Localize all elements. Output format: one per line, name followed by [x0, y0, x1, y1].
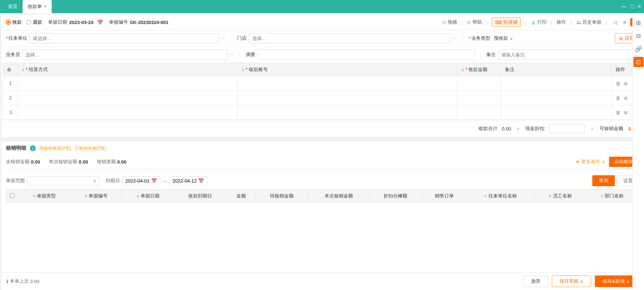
shortcut-icon: ⌨ — [495, 20, 502, 25]
filter-range-label: 单据范围 — [6, 177, 25, 184]
sort-date[interactable]: ⇅ — [136, 194, 139, 198]
verification-section: 核销明细 i 待核销单据(0笔) 已核销单据(0笔) 未核销金额 0.00 本次… — [1, 139, 643, 206]
col-sales-order: 销售订单 — [422, 190, 467, 203]
table-footer: 收款合计 0.00 + 现金折扣: = 可核销金额 0.00 — [1, 120, 643, 137]
radio-receipt[interactable]: 收款 — [6, 19, 22, 26]
row-1-settlement[interactable] — [18, 76, 238, 91]
verify-title-row: 核销明细 i 待核销单据(0笔) 已核销单据(0笔) — [6, 145, 638, 152]
help-btn[interactable]: ⊙ 帮助 — [467, 19, 482, 26]
summary-input[interactable] — [258, 50, 474, 60]
gear-col-header[interactable]: ⚙ — [3, 63, 18, 76]
row-2-amount[interactable] — [458, 91, 501, 105]
store-more-icon[interactable]: ··· — [452, 35, 456, 42]
table-row: 2 🗑 ⊕ — [3, 91, 641, 105]
row-2-delete-icon[interactable]: 🗑 — [616, 95, 621, 101]
row-3-amount[interactable] — [458, 105, 501, 120]
row-3-delete-icon[interactable]: 🗑 — [616, 110, 621, 115]
filter-date-end[interactable]: 2022-04-12 📅 — [169, 176, 208, 185]
print-label: 打印 — [537, 19, 547, 26]
sort-number[interactable]: ⇅ — [85, 194, 87, 198]
nav-tab-home[interactable]: 首页 — [3, 0, 23, 13]
row-1-delete-icon[interactable]: 🗑 — [616, 81, 621, 86]
query-btn[interactable]: 查询 — [592, 175, 615, 186]
col-sales-order-label: 销售订单 — [435, 193, 454, 199]
row-1-account[interactable] — [237, 76, 458, 91]
row-2-remark[interactable] — [501, 91, 612, 105]
operation-btn[interactable]: 操作 — [557, 19, 566, 26]
save-new-btn[interactable]: 保存&新增 ∧ — [595, 275, 637, 287]
salesperson-input[interactable] — [22, 50, 228, 60]
filter-date-item: 到期日 2022-04-01 📅 — 2022-04-12 📅 — [106, 176, 207, 185]
date-field: 单据日期 2023-03-24 📅 — [48, 19, 103, 26]
sidebar-expand-icon[interactable]: ⊡ — [633, 57, 644, 67]
row-1-copy-icon[interactable]: ⊕ — [624, 81, 628, 86]
remark-label: 备注 — [486, 51, 496, 58]
window-restore[interactable]: □ — [631, 3, 634, 10]
sidebar-link-icon[interactable]: 🔗 — [633, 44, 644, 54]
window-minimize[interactable]: — — [621, 3, 627, 10]
help-icon: ⊙ — [467, 20, 471, 25]
remark-input[interactable] — [498, 50, 639, 60]
required-settlement: * — [26, 67, 28, 72]
row-2-settlement[interactable] — [18, 91, 238, 105]
row-1-amount[interactable] — [458, 76, 501, 91]
history-btn[interactable]: 🗂 历史单据 — [576, 19, 601, 26]
draft-arrow-icon: ∧ — [580, 279, 584, 284]
print-icon: 🖨 — [531, 20, 536, 25]
salesperson-more-icon[interactable]: ··· — [229, 51, 234, 58]
pending-tab[interactable]: 待核销单据(0笔) — [39, 145, 71, 152]
shortcut-btn[interactable]: ⌨ 快捷键 — [492, 17, 521, 27]
row-3-settlement[interactable] — [18, 105, 238, 120]
top-nav: 首页 收款单 × — □ × — [0, 0, 644, 13]
row-3-remark[interactable] — [501, 105, 612, 120]
filter-range-select[interactable]: ∨ — [27, 176, 100, 185]
video-btn[interactable]: ⊙ 视频 — [442, 19, 457, 26]
sidebar-table-icon[interactable]: ⊞ — [633, 17, 644, 28]
col-employee: ⇅ 员工名称 — [534, 190, 586, 203]
nav-tab-receipt[interactable]: 收款单 × — [23, 0, 52, 13]
col-operation-label: 操作 — [616, 67, 625, 72]
tab-close-icon[interactable]: × — [44, 4, 47, 9]
right-sidebar: ⊞ ⊟ 🔗 ⊡ — [632, 15, 644, 290]
row-3-account[interactable] — [237, 105, 458, 120]
summary-label: 摘要 — [246, 51, 255, 58]
window-close[interactable]: × — [638, 3, 641, 10]
discount-input[interactable] — [549, 124, 585, 133]
row-1-remark[interactable] — [501, 76, 612, 91]
radio-dot-refund — [26, 20, 31, 25]
sort-icon-amount[interactable]: ⇅ — [461, 68, 464, 72]
layout-list-icon[interactable]: ≡ — [621, 18, 629, 26]
row-2-account[interactable] — [237, 91, 458, 105]
divider-3: | — [525, 20, 526, 25]
layout-icon-left[interactable]: ◁ — [611, 18, 619, 26]
sort-type[interactable]: ⇅ — [33, 194, 36, 198]
print-btn[interactable]: 🖨 打印 — [531, 19, 547, 26]
draft-btn[interactable]: 保存草稿 ∧ — [552, 275, 591, 287]
date-calendar-icon[interactable]: 📅 — [97, 20, 103, 25]
sort-icon-settlement[interactable]: ⇅ — [21, 68, 24, 72]
business-type-arrow[interactable]: ∨ — [510, 36, 513, 41]
help-label: 帮助 — [472, 19, 482, 26]
sort-employee[interactable]: ⇅ — [549, 194, 551, 198]
sort-dept[interactable]: ⇅ — [601, 194, 604, 198]
uncancelled-label: 未核销金额 — [6, 158, 30, 165]
more-conditions-btn[interactable]: ▼ 更多条件 ∧ — [575, 158, 605, 165]
store-input[interactable] — [249, 33, 450, 43]
counterpart-input[interactable] — [30, 33, 219, 43]
draft-label: 保存草稿 — [559, 278, 578, 285]
done-tab[interactable]: 已核销单据(0笔) — [75, 145, 106, 152]
sort-counterpart[interactable]: ⇅ — [484, 194, 487, 198]
table-row: 3 🗑 ⊕ — [3, 105, 641, 120]
radio-refund[interactable]: 退款 — [26, 19, 42, 26]
sidebar-list-icon[interactable]: ⊟ — [633, 31, 644, 41]
counterpart-more-icon[interactable]: ··· — [220, 35, 225, 42]
bottom-spacer — [1, 206, 643, 224]
discard-btn[interactable]: 放弃 — [523, 275, 548, 287]
field-divider-4 — [480, 50, 480, 60]
row-3-copy-icon[interactable]: ⊕ — [624, 110, 628, 115]
sort-icon-account[interactable]: ⇅ — [242, 68, 244, 72]
verify-info-icon[interactable]: i — [30, 145, 36, 151]
select-all-checkbox[interactable] — [10, 193, 15, 198]
filter-date-start[interactable]: 2022-04-01 📅 — [122, 176, 160, 185]
row-2-copy-icon[interactable]: ⊕ — [624, 95, 628, 101]
